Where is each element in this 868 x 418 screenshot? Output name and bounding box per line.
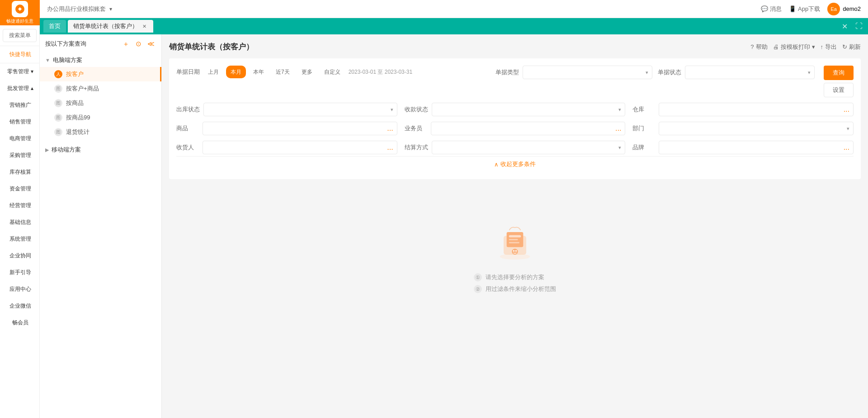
sidebar-item-purchase[interactable]: 采购管理	[0, 147, 39, 164]
collapse-filter-button[interactable]: ∧ 收起更多条件	[176, 156, 854, 172]
out-status-select[interactable]: ▾	[203, 103, 397, 116]
receiver-group: 收货人 ...	[176, 141, 397, 154]
tree-item-by-customer-product[interactable]: 图 按客户+商品	[40, 81, 161, 96]
help-icon: ?	[750, 43, 754, 50]
date-filter-group: 单据日期 上月 本月 本年 近7天 更多 自定义 2023-03-01 至 20…	[176, 66, 490, 78]
date-btn-last-7[interactable]: 近7天	[271, 66, 294, 78]
warehouse-select[interactable]: ...	[659, 103, 854, 116]
collection-status-select[interactable]: ▾	[432, 103, 626, 116]
department-group: 部门 ▾	[632, 122, 854, 135]
department-select[interactable]: ▾	[659, 122, 854, 135]
out-status-label: 出库状态	[176, 105, 200, 114]
sidebar-item-marketing[interactable]: 营销推广	[0, 97, 39, 114]
empty-tips: ① 请先选择要分析的方案 ② 用过滤条件来缩小分析范围	[474, 273, 556, 293]
empty-state-illustration	[492, 221, 538, 266]
salesperson-select[interactable]: ...	[431, 122, 626, 135]
sidebar-item-member[interactable]: 畅会员	[0, 314, 39, 331]
tree-group-mobile-header[interactable]: ▶ 移动端方案	[40, 143, 161, 157]
left-panel-header: 按以下方案查询 ＋ ⊙ ≪	[40, 34, 161, 52]
date-btn-this-month[interactable]: 本月	[226, 66, 246, 78]
by-customer-icon: 人	[54, 70, 62, 78]
sidebar-item-sales[interactable]: 销售管理	[0, 114, 39, 130]
date-btn-last-month[interactable]: 上月	[203, 66, 223, 78]
date-btn-custom[interactable]: 自定义	[320, 66, 345, 78]
empty-tip-1: ① 请先选择要分析的方案	[474, 273, 556, 281]
page-title-bar: 销货单统计表（按客户） ? 帮助 🖨 按模板打印 ▾ ↑ 导出	[169, 42, 861, 52]
product-select[interactable]: ...	[203, 122, 397, 135]
avatar: Ea	[827, 3, 840, 15]
sidebar-item-ecommerce[interactable]: 电商管理	[0, 130, 39, 147]
warehouse-dots[interactable]: ...	[844, 105, 849, 114]
sidebar-item-wholesale[interactable]: 批发管理 ▴	[0, 80, 39, 97]
filter-row-4: 收货人 ... 结算方式 ▾ 品牌	[176, 141, 854, 154]
receiver-dots[interactable]: ...	[387, 143, 393, 152]
help-button[interactable]: ? 帮助	[750, 43, 767, 51]
tab-sales-stat[interactable]: 销货单统计表（按客户） ✕	[68, 20, 153, 33]
user-profile[interactable]: Ea demo2	[827, 3, 861, 15]
tree-group-desktop-header[interactable]: ▼ 电脑端方案	[40, 53, 161, 67]
sidebar-item-apps[interactable]: 应用中心	[0, 281, 39, 298]
sidebar-item-label: 零售管理 ▾	[3, 68, 38, 76]
out-status-chevron: ▾	[391, 107, 393, 113]
tree-item-by-product[interactable]: 图 按商品	[40, 96, 161, 110]
export-button[interactable]: ↑ 导出	[821, 43, 837, 51]
tab-close-window-icon[interactable]: ✕	[839, 21, 850, 32]
refresh-button[interactable]: ↻ 刷新	[842, 43, 861, 51]
sidebar-item-operation[interactable]: 经营管理	[0, 197, 39, 214]
template-print-button[interactable]: 🖨 按模板打印 ▾	[773, 43, 815, 51]
filter-row-2: 出库状态 ▾ 收款状态 ▾ 仓库	[176, 103, 854, 116]
product-label: 商品	[176, 124, 199, 133]
sidebar-item-inventory[interactable]: 库存核算	[0, 164, 39, 180]
sidebar-item-finance[interactable]: 资金管理	[0, 180, 39, 197]
left-panel: 按以下方案查询 ＋ ⊙ ≪ ▼ 电脑端方案 人 按客户 图	[40, 34, 162, 418]
tab-home[interactable]: 首页	[43, 20, 66, 33]
date-btn-this-year[interactable]: 本年	[249, 66, 269, 78]
app-download-action[interactable]: 📱 App下载	[789, 5, 820, 13]
brand-select[interactable]: ...	[659, 141, 854, 154]
settings-button[interactable]: 设置	[824, 83, 854, 97]
sidebar-item-enterprise[interactable]: 企业协同	[0, 247, 39, 264]
sidebar-item-newuser[interactable]: 新手引导	[0, 264, 39, 281]
collection-status-group: 收款状态 ▾	[405, 103, 626, 116]
desktop-group-label: 电脑端方案	[53, 56, 82, 64]
sidebar-item-kuaijie[interactable]: 快捷导航	[0, 46, 39, 63]
by-product-icon: 图	[54, 99, 62, 107]
sidebar-item-label: 资金管理	[3, 185, 38, 193]
tree-item-return-stats[interactable]: 图 退货统计	[40, 125, 161, 139]
tab-maximize-icon[interactable]: ⛶	[854, 21, 864, 32]
tree-item-by-customer[interactable]: 人 按客户	[40, 67, 161, 81]
settings-scheme-button[interactable]: ⊙	[133, 39, 143, 49]
brand-dots[interactable]: ...	[844, 143, 849, 152]
receiver-select[interactable]: ...	[203, 141, 397, 154]
sidebar-item-wechat[interactable]: 企业微信	[0, 298, 39, 314]
settlement-select[interactable]: ▾	[432, 141, 626, 154]
product-group: 商品 ...	[176, 122, 397, 135]
by-customer-label: 按客户	[66, 70, 84, 78]
tab-close-icon[interactable]: ✕	[141, 23, 148, 30]
salesperson-dots[interactable]: ...	[615, 124, 621, 133]
sidebar-logo[interactable]: 畅捷通好生意	[0, 0, 40, 25]
tree-item-by-product-99[interactable]: 图 按商品99	[40, 110, 161, 125]
sidebar-item-label: 应用中心	[3, 285, 38, 293]
header-dropdown-button[interactable]: ▾	[109, 6, 112, 12]
product-dots[interactable]: ...	[387, 124, 393, 133]
date-btn-more[interactable]: 更多	[297, 66, 317, 78]
order-type-select[interactable]: ▾	[523, 66, 652, 79]
sidebar-item-retail[interactable]: 零售管理 ▾	[0, 63, 39, 80]
order-status-select[interactable]: ▾	[685, 66, 815, 79]
search-button[interactable]: 查询	[824, 66, 854, 80]
sidebar-item-label: 经营管理	[3, 202, 38, 209]
sidebar-item-base[interactable]: 基础信息	[0, 214, 39, 231]
desktop-chevron-icon: ▼	[45, 57, 50, 63]
sidebar-item-label: 企业协同	[3, 252, 38, 260]
order-type-label: 单据类型	[495, 68, 519, 76]
out-status-group: 出库状态 ▾	[176, 103, 397, 116]
add-scheme-button[interactable]: ＋	[121, 39, 131, 49]
message-action[interactable]: 💬 消息	[761, 5, 782, 13]
sidebar-item-system[interactable]: 系统管理	[0, 231, 39, 247]
search-menu-button[interactable]: 搜索菜单	[3, 29, 37, 42]
tip-num-2: ②	[474, 285, 482, 293]
settlement-group: 结算方式 ▾	[405, 141, 626, 154]
page-title-actions: ? 帮助 🖨 按模板打印 ▾ ↑ 导出 ↻ 刷新	[750, 43, 861, 51]
collapse-panel-button[interactable]: ≪	[146, 39, 156, 49]
